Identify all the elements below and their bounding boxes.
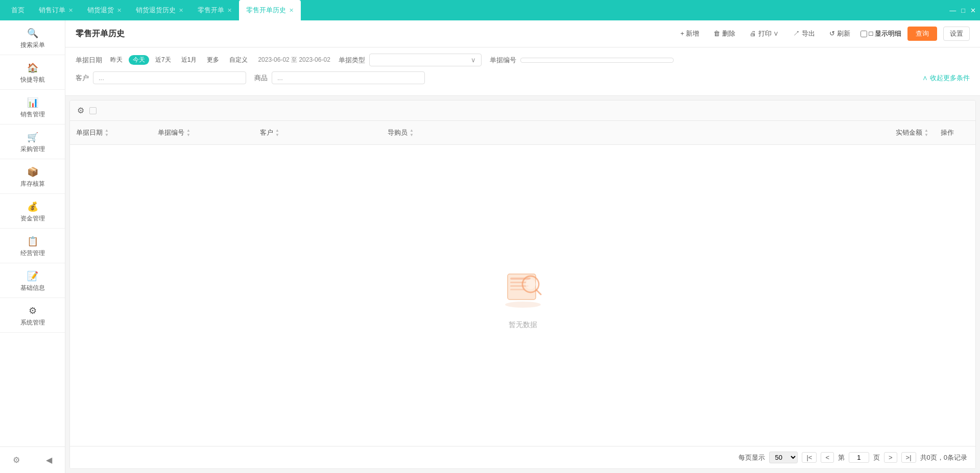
last-page-btn[interactable]: >| [901,452,916,463]
th-customer[interactable]: 客户 ▲ ▼ [254,125,381,140]
finance-icon: 💰 [27,201,38,212]
sidebar-item-finance[interactable]: 💰 资金管理 [0,194,65,229]
prev-page-btn[interactable]: < [821,452,834,463]
tab-retail-order[interactable]: 零售开单 ✕ [190,0,239,20]
column-settings-icon[interactable]: ⚙ [76,105,85,116]
bill-number-field: 单据编号 [490,56,674,65]
close-icon[interactable]: ✕ [117,7,122,14]
close-icon[interactable]: ✕ [179,7,183,14]
tab-sales-return[interactable]: 销货退货 ✕ [80,0,129,20]
close-icon[interactable]: ✕ [289,7,294,14]
page-actions: + 新增 🗑 删除 🖨 打印 ∨ ↗ 导出 ↺ 刷新 □ 显示明细 [676,27,970,47]
date-option-yesterday[interactable]: 昨天 [106,55,127,65]
tab-retail-history[interactable]: 零售开单历史 ✕ [239,0,301,20]
add-button[interactable]: + 新增 [676,27,703,40]
search-row-1: 单据日期 昨天 今天 近7天 近1月 更多 自定义 2023-06-02 至 2… [76,54,970,66]
per-page-label: 每页显示 [738,453,765,462]
tab-sales-order[interactable]: 销售订单 ✕ [32,0,80,20]
sidebar-bottom: ⚙ ◀ [0,446,65,473]
table-header: 单据日期 ▲ ▼ 单据编号 ▲ ▼ 客户 ▲ [70,121,975,145]
svg-rect-2 [510,278,531,280]
sidebar: 🔍 搜索采单 🏠 快捷导航 📊 销售管理 🛒 采购管理 📦 库存核算 💰 资金管… [0,20,65,473]
minimize-btn[interactable]: — [949,7,956,14]
th-guide[interactable]: 导购员 ▲ ▼ [381,125,458,140]
close-icon[interactable]: ✕ [227,7,232,14]
query-button[interactable]: 查询 [907,27,937,41]
customer-label: 客户 [76,73,89,83]
svg-point-8 [525,279,536,289]
show-detail-checkbox[interactable] [861,31,867,37]
sidebar-item-nav[interactable]: 🏠 快捷导航 [0,55,65,90]
page-input[interactable] [849,452,869,463]
close-icon[interactable]: ✕ [68,7,73,14]
basic-info-icon: 📝 [27,270,38,282]
date-option-more[interactable]: 更多 [203,55,223,65]
date-option-today[interactable]: 今天 [129,55,149,65]
pagination: 每页显示 50 100 200 |< < 第 页 > >| 共0页，0条记录 [70,446,975,468]
sidebar-item-management[interactable]: 📋 经营管理 [0,229,65,263]
sidebar-item-sales[interactable]: 📊 销售管理 [0,90,65,125]
tab-home[interactable]: 首页 [4,0,32,20]
bill-number-label: 单据编号 [490,56,516,65]
window-actions: — □ ✕ [949,7,976,14]
delete-button[interactable]: 🗑 删除 [709,27,739,40]
date-options: 昨天 今天 近7天 近1月 更多 自定义 [106,55,252,65]
customer-field: 客户 ... [76,71,246,84]
per-page-select[interactable]: 50 100 200 [769,452,798,463]
bill-type-label: 单据类型 [339,56,365,65]
date-range-value: 2023-06-02 至 2023-06-02 [258,56,330,64]
svg-rect-3 [510,282,527,283]
product-input[interactable]: ... [272,71,425,84]
print-button[interactable]: 🖨 打印 ∨ [746,27,783,40]
settings-icon[interactable]: ⚙ [10,452,23,468]
total-label: 共0页，0条记录 [920,453,967,462]
settings-button[interactable]: 设置 [943,27,970,41]
chevron-down-icon: ∨ [471,56,476,64]
customer-input[interactable]: ... [93,71,246,84]
show-detail-toggle[interactable]: □ 显示明细 [861,29,901,38]
select-all-checkbox[interactable] [89,107,97,114]
first-page-btn[interactable]: |< [802,452,817,463]
main-layout: 🔍 搜索采单 🏠 快捷导航 📊 销售管理 🛒 采购管理 📦 库存核算 💰 资金管… [0,20,980,473]
th-amount[interactable]: 实销金额 ▲ ▼ [873,125,935,140]
page-title: 零售开单历史 [76,29,125,45]
inventory-icon: 📦 [27,166,38,178]
collapse-sidebar-icon[interactable]: ◀ [43,452,55,468]
tab-sales-return-history[interactable]: 销货退货历史 ✕ [129,0,190,20]
bill-number-input[interactable] [520,58,674,63]
sort-arrows-customer: ▲ ▼ [275,129,279,137]
bill-type-select[interactable]: ∨ [369,54,482,66]
collapse-button[interactable]: ∧ 收起更多条件 [922,73,970,83]
sales-icon: 📊 [27,97,38,108]
svg-line-7 [536,290,541,294]
search-icon: 🔍 [27,28,38,39]
date-option-7days[interactable]: 近7天 [151,55,175,65]
content-area: 零售开单历史 + 新增 🗑 删除 🖨 打印 ∨ ↗ 导出 ↺ 刷新 [65,20,980,473]
th-ops: 操作 [935,125,975,140]
system-icon: ⚙ [29,305,37,316]
table-toolbar: ⚙ [70,101,975,121]
export-button[interactable]: ↗ 导出 [789,27,819,40]
date-option-custom[interactable]: 自定义 [225,55,252,65]
sidebar-item-purchase[interactable]: 🛒 采购管理 [0,125,65,159]
page-header: 零售开单历史 + 新增 🗑 删除 🖨 打印 ∨ ↗ 导出 ↺ 刷新 [65,20,980,47]
empty-illustration [497,261,548,312]
th-empty [458,130,873,136]
svg-rect-5 [510,289,524,290]
window-close-btn[interactable]: ✕ [970,7,976,14]
refresh-button[interactable]: ↺ 刷新 [825,27,854,40]
maximize-btn[interactable]: □ [961,7,965,14]
empty-svg [497,261,548,312]
sidebar-item-system[interactable]: ⚙ 系统管理 [0,298,65,333]
sidebar-item-search[interactable]: 🔍 搜索采单 [0,20,65,55]
sidebar-item-inventory[interactable]: 📦 库存核算 [0,159,65,194]
date-option-1month[interactable]: 近1月 [177,55,201,65]
top-nav-bar: 首页 销售订单 ✕ 销货退货 ✕ 销货退货历史 ✕ 零售开单 ✕ 零售开单历史 … [0,0,980,20]
next-page-btn[interactable]: > [884,452,897,463]
th-date[interactable]: 单据日期 ▲ ▼ [70,125,152,140]
sort-arrows-num: ▲ ▼ [186,129,190,137]
search-row-2: 客户 ... 商品 ... ∧ 收起更多条件 [76,71,970,84]
sidebar-item-basic-info[interactable]: 📝 基础信息 [0,263,65,298]
svg-point-0 [505,302,541,308]
th-number[interactable]: 单据编号 ▲ ▼ [152,125,254,140]
